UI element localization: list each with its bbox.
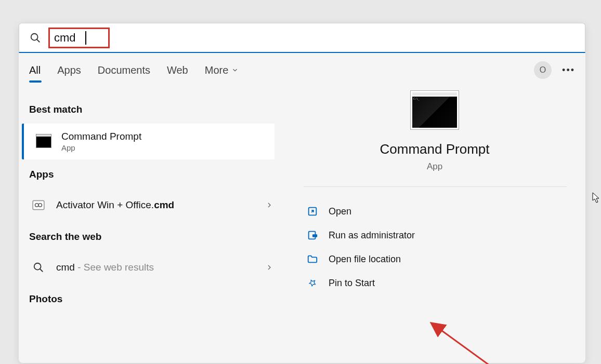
pin-icon <box>307 277 318 289</box>
header-right-controls: O ••• <box>534 61 575 79</box>
tab-web[interactable]: Web <box>167 60 188 80</box>
result-title: cmd - See web results <box>56 262 154 273</box>
result-web-cmd[interactable]: cmd - See web results <box>19 251 284 284</box>
results-content: Best match Command Prompt App Apps <box>19 87 585 363</box>
search-input[interactable] <box>54 31 85 45</box>
filter-row: All Apps Documents Web More O ••• <box>19 53 585 87</box>
chevron-down-icon <box>231 66 239 74</box>
chevron-right-icon <box>265 201 273 209</box>
start-search-panel: All Apps Documents Web More O ••• Best m… <box>19 23 585 363</box>
action-label: Pin to Start <box>329 278 375 289</box>
chevron-right-icon <box>265 263 273 272</box>
svg-line-1 <box>37 39 40 42</box>
search-highlight-box <box>48 28 110 48</box>
action-pin-start[interactable]: Pin to Start <box>304 271 567 295</box>
command-prompt-large-icon <box>410 90 459 130</box>
result-title: Command Prompt <box>61 131 141 142</box>
section-photos: Photos <box>19 284 284 313</box>
open-icon <box>307 206 318 217</box>
svg-line-6 <box>40 269 43 272</box>
section-search-web: Search the web <box>19 222 284 251</box>
action-run-admin[interactable]: Run as administrator <box>304 223 567 247</box>
command-prompt-icon <box>34 132 53 151</box>
text-cursor <box>85 31 86 45</box>
tab-all[interactable]: All <box>29 60 41 80</box>
search-icon <box>29 258 48 277</box>
preview-title: Command Prompt <box>294 141 575 157</box>
section-best-match: Best match <box>19 95 284 124</box>
svg-point-0 <box>31 33 38 40</box>
action-open-location[interactable]: Open file location <box>304 247 567 271</box>
mouse-cursor-icon <box>592 192 600 204</box>
section-apps: Apps <box>19 159 284 188</box>
results-left-column: Best match Command Prompt App Apps <box>19 87 284 363</box>
search-bar <box>19 23 585 53</box>
preview-actions: Open Run as administrator Open file loca… <box>304 186 567 295</box>
action-label: Run as administrator <box>329 230 415 241</box>
shield-icon <box>307 230 318 241</box>
svg-point-5 <box>34 263 41 270</box>
result-activator[interactable]: Activator Win + Office.cmd <box>19 188 284 222</box>
action-label: Open <box>329 206 351 217</box>
tab-documents[interactable]: Documents <box>98 60 150 80</box>
result-subtitle: App <box>61 143 141 152</box>
cmd-file-icon <box>29 196 48 214</box>
more-options-button[interactable]: ••• <box>562 65 575 76</box>
svg-rect-9 <box>312 234 317 237</box>
tab-more-label: More <box>205 64 229 76</box>
tab-apps[interactable]: Apps <box>57 60 81 80</box>
tab-more[interactable]: More <box>205 60 239 80</box>
search-icon <box>30 32 41 44</box>
filter-tabs: All Apps Documents Web More <box>29 60 239 80</box>
preview-subtitle: App <box>294 161 575 172</box>
user-avatar[interactable]: O <box>534 61 552 79</box>
action-label: Open file location <box>329 254 401 265</box>
action-open[interactable]: Open <box>304 199 567 223</box>
result-title: Activator Win + Office.cmd <box>56 199 174 211</box>
result-command-prompt[interactable]: Command Prompt App <box>22 124 275 159</box>
folder-icon <box>307 253 318 265</box>
preview-panel: Command Prompt App Open Run as administr… <box>284 87 585 363</box>
